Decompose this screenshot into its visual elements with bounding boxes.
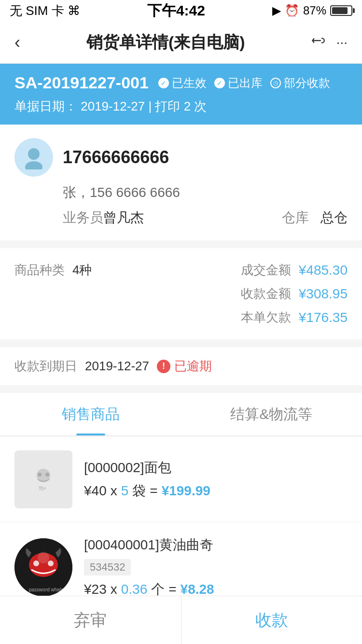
received-value: ¥308.95 xyxy=(299,286,348,302)
product-price-row-1: ¥40 x 5 袋 = ¥199.99 xyxy=(84,482,348,500)
owed-value: ¥176.35 xyxy=(299,310,348,325)
more-button[interactable]: ··· xyxy=(336,35,348,50)
status-bar: 无 SIM 卡 ⌘ 下午4:42 ▶ ⏰ 87% xyxy=(0,0,362,21)
confirm-button[interactable]: 收款 xyxy=(181,596,362,644)
due-date-value: 2019-12-27 xyxy=(85,359,149,374)
order-banner-top: SA-20191227-001 ✓ 已生效 ✓ 已出库 ◷ 部分收款 xyxy=(14,73,348,92)
tab-sales-label: 销售商品 xyxy=(62,405,120,424)
owed-label: 本单欠款 xyxy=(233,309,291,326)
svg-text:password whale: password whale xyxy=(29,587,64,592)
unit-1: 袋 xyxy=(132,482,146,500)
customer-meta: 业务员 曾凡杰 仓库 总仓 xyxy=(14,209,348,227)
sales-label: 业务员 xyxy=(63,209,103,227)
battery-icon xyxy=(330,5,352,16)
multiply-1: x xyxy=(111,483,117,499)
tag-shipped-label: 已出库 xyxy=(228,75,263,91)
overdue-badge: ! 已逾期 xyxy=(157,358,212,375)
alarm-icon: ⏰ xyxy=(285,4,299,17)
share-button[interactable] xyxy=(311,34,325,51)
order-date: 2019-12-27 xyxy=(81,99,145,113)
customer-section: 17666666666 张，156 6666 6666 业务员 曾凡杰 仓库 总… xyxy=(0,125,362,240)
order-tags: ✓ 已生效 ✓ 已出库 ◷ 部分收款 xyxy=(158,75,330,91)
price-base-2: ¥23 xyxy=(84,582,107,597)
total-1: ¥199.99 xyxy=(162,483,210,499)
time-display: 下午4:42 xyxy=(147,1,205,21)
customer-name-phone: 张，156 6666 6666 xyxy=(14,183,348,202)
product-type-item: 商品种类 4种 xyxy=(14,262,92,279)
page-title: 销货单详情(来自电脑) xyxy=(86,31,245,54)
overdue-icon: ! xyxy=(157,360,170,373)
svg-point-3 xyxy=(38,473,42,476)
equals-2: = xyxy=(168,582,176,597)
overdue-label: 已逾期 xyxy=(174,358,212,375)
received-label: 收款金额 xyxy=(233,285,291,302)
check-icon-effective: ✓ xyxy=(158,78,169,88)
tab-settlement[interactable]: 结算&物流等 xyxy=(181,393,362,435)
price-base-1: ¥40 xyxy=(84,483,107,499)
date-label: 单据日期： xyxy=(14,99,77,113)
customer-phone: 17666666666 xyxy=(63,147,169,168)
amount-label: 成交金额 xyxy=(233,262,291,279)
order-id: SA-20191227-001 xyxy=(14,73,149,92)
stats-right: 成交金额 ¥485.30 收款金额 ¥308.95 本单欠款 ¥176.35 xyxy=(233,262,348,326)
clock-icon: ◷ xyxy=(270,78,281,88)
sales-person: 曾凡杰 xyxy=(103,209,144,227)
warehouse-value: 总仓 xyxy=(320,209,348,227)
amount-value: ¥485.30 xyxy=(299,263,348,278)
tab-settlement-label: 结算&物流等 xyxy=(230,405,312,424)
product-list: 鸮+ [0000002]面包 ¥40 x 5 袋 = ¥199.99 xyxy=(0,437,362,613)
equals-1: = xyxy=(150,483,157,499)
wifi-icon: ⌘ xyxy=(68,3,80,18)
svg-point-0 xyxy=(28,148,40,160)
tab-sales-products[interactable]: 销售商品 xyxy=(0,393,181,435)
tag-partial: ◷ 部分收款 xyxy=(270,75,330,91)
print-count: 2 xyxy=(184,99,191,113)
tag-effective: ✓ 已生效 xyxy=(158,75,207,91)
qty-1: 5 xyxy=(121,483,129,499)
product-name-2: [000400001]黄油曲奇 xyxy=(84,536,348,554)
order-banner: SA-20191227-001 ✓ 已生效 ✓ 已出库 ◷ 部分收款 单据日期：… xyxy=(0,64,362,125)
avatar xyxy=(14,138,53,177)
status-indicators: ▶ ⏰ 87% xyxy=(272,4,352,17)
product-name-1: [0000002]面包 xyxy=(84,459,348,477)
carrier-text: 无 SIM 卡 xyxy=(10,3,64,18)
order-date-info: 单据日期： 2019-12-27 | 打印 2 次 xyxy=(14,98,348,115)
svg-text:鸮+: 鸮+ xyxy=(39,486,46,491)
tag-shipped: ✓ 已出库 xyxy=(214,75,263,91)
cancel-button[interactable]: 弃审 xyxy=(0,596,181,644)
stats-section: 商品种类 4种 成交金额 ¥485.30 收款金额 ¥308.95 本单欠款 ¥… xyxy=(0,248,362,339)
location-icon: ▶ xyxy=(272,4,281,17)
amount-row: 成交金额 ¥485.30 xyxy=(233,262,348,279)
stats-left: 商品种类 4种 xyxy=(14,262,92,279)
product-info-2: [000400001]黄油曲奇 534532 ¥23 x 0.36 个 = ¥8… xyxy=(84,536,348,599)
product-thumbnail-2: password whale xyxy=(14,538,72,596)
svg-point-8 xyxy=(38,552,49,563)
thumbnail-placeholder-1: 鸮+ xyxy=(14,450,72,508)
customer-main: 17666666666 xyxy=(14,138,348,177)
product-thumbnail-1: 鸮+ xyxy=(14,450,72,508)
bottom-action-bar: 弃审 收款 xyxy=(0,596,362,644)
nav-bar: ‹ 销货单详情(来自电脑) ··· xyxy=(0,21,362,64)
svg-point-9 xyxy=(33,560,39,566)
battery-fill xyxy=(332,7,348,14)
multiply-2: x xyxy=(111,582,117,597)
svg-point-4 xyxy=(45,473,49,476)
battery-text: 87% xyxy=(303,4,326,17)
tab-bar: 销售商品 结算&物流等 xyxy=(0,393,362,436)
tag-partial-label: 部分收款 xyxy=(284,75,330,91)
tab-underline xyxy=(76,434,105,435)
back-button[interactable]: ‹ xyxy=(14,32,20,53)
nav-actions: ··· xyxy=(311,34,348,51)
owed-row: 本单欠款 ¥176.35 xyxy=(233,309,348,326)
carrier-wifi: 无 SIM 卡 ⌘ xyxy=(10,2,80,19)
product-type-value: 4种 xyxy=(72,262,92,279)
warehouse-label: 仓库 xyxy=(282,209,320,227)
received-row: 收款金额 ¥308.95 xyxy=(233,285,348,302)
svg-point-1 xyxy=(25,161,42,169)
due-label: 收款到期日 xyxy=(14,358,77,375)
product-sku-container-2: 534532 xyxy=(84,559,348,575)
print-label: | 打印 xyxy=(148,99,180,113)
due-section: 收款到期日 2019-12-27 ! 已逾期 xyxy=(0,347,362,385)
total-2: ¥8.28 xyxy=(181,582,214,597)
product-sku-2: 534532 xyxy=(84,559,131,575)
